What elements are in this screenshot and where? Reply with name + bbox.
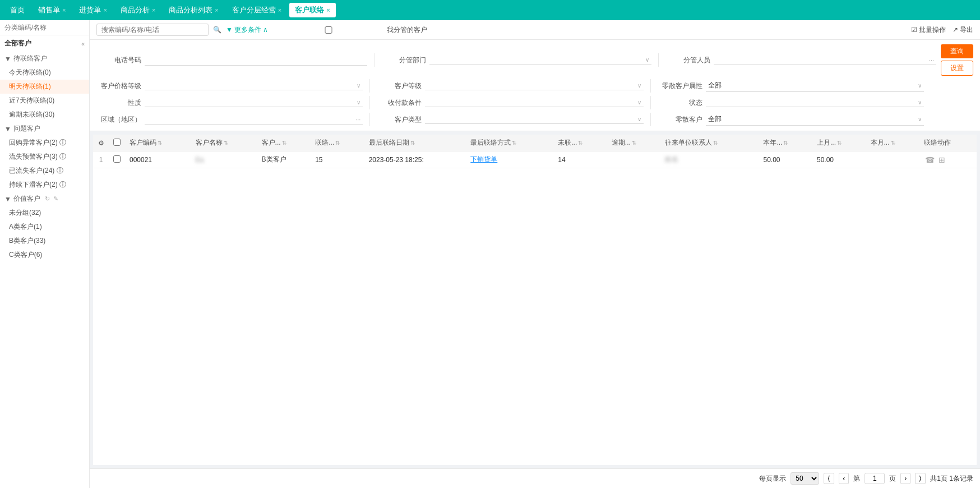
sidebar-item-overdue[interactable]: 逾期未联络(30) [0,108,89,122]
my-customers-checkbox[interactable] [272,26,385,34]
filter-phone-input[interactable] [145,55,367,66]
table-row: 1 000021 Ea B类客户 15 2023-05-23 18:25: 下销… [93,151,977,168]
filter-price-level-select[interactable]: ∨ [145,81,363,90]
col-gear[interactable]: ⚙ [93,135,109,151]
filter-payment: 收付款条件 ∨ [377,98,643,108]
filter-price-level-label: 客户价格等级 [96,81,141,91]
filter-status-label: 状态 [658,98,702,108]
my-customers-checkbox-label[interactable]: 我分管的客户 [272,25,427,35]
sidebar-item-class-b[interactable]: B类客户(33) [0,234,89,248]
filter-status-select[interactable]: ∨ [706,98,924,107]
nav-close-icon[interactable]: × [326,7,330,13]
nav-purchase-order[interactable]: 进货单 × [73,3,112,17]
checkbox-icon: ☑ [911,26,917,34]
search-input[interactable] [96,24,209,36]
next-page-btn[interactable]: › [900,473,910,484]
all-customers-label: 全部客户 [4,39,31,48]
sidebar-item-loss-warning[interactable]: 流失预警客户(3) ⓘ [0,150,89,164]
nav-customer-contact[interactable]: 客户联络 × [289,3,335,17]
row-customer-name: Ea [191,151,257,168]
page-unit: 页 [889,474,896,484]
filter-customer-level-select[interactable]: ∨ [425,81,643,90]
nav-close-icon[interactable]: × [152,7,155,13]
filter-price-level: 客户价格等级 ∨ [96,81,363,91]
export-btn[interactable]: ↗ 导出 [953,25,973,35]
query-button[interactable]: 查询 [941,44,973,58]
arrow-icon: ▼ [4,55,11,63]
filter-region: 区域（地区） ··· [96,115,363,125]
nav-sales-order[interactable]: 销售单 × [33,3,71,17]
first-page-btn[interactable]: ⟨ [824,473,834,484]
all-customers-header[interactable]: 全部客户 « [0,35,89,52]
more-conditions-btn[interactable]: ▼ 更多条件 ∧ [226,25,268,35]
sidebar-item-class-a[interactable]: A类客户(1) [0,220,89,234]
filter-nature-select[interactable]: ∨ [145,98,363,107]
phone-icon[interactable]: ☎ [925,155,935,164]
sidebar-search-input[interactable] [4,24,89,31]
edit-icon[interactable]: ✎ [53,195,58,202]
sidebar-group-pending[interactable]: ▼ 待联络客户 [0,52,89,66]
sidebar-item-ungrouped[interactable]: 未分组(32) [0,206,89,220]
arrow-icon: ▼ [4,125,11,133]
filter-customer-type: 客户类型 ∨ [377,115,643,125]
per-page-select[interactable]: 50 100 [791,472,819,485]
page-number-input[interactable] [865,473,885,484]
filter-region-select[interactable]: ··· [145,115,363,125]
sidebar-item-lost[interactable]: 已流失客户(24) ⓘ [0,164,89,178]
caret-icon: ∨ [357,99,360,105]
row-checkbox-cell[interactable] [109,151,125,168]
sidebar-item-tomorrow[interactable]: 明天待联络(1) [0,80,89,94]
batch-action-btn[interactable]: ☑ 批量操作 [911,25,946,35]
filter-person: 分管人员 ··· [665,56,936,65]
nav-close-icon[interactable]: × [62,7,66,13]
sidebar-item-class-c[interactable]: C类客户(6) [0,248,89,262]
row-checkbox[interactable] [113,155,121,163]
filter-dept-label: 分管部门 [381,56,426,65]
row-num: 1 [93,151,109,168]
filter-dept-select[interactable]: ∨ [429,56,652,65]
filter-bar: 🔍 ▼ 更多条件 ∧ 我分管的客户 ☑ 批量操作 ↗ 导出 [90,20,980,40]
grid-icon[interactable]: ⊞ [939,155,945,164]
nav-close-icon[interactable]: × [215,7,218,13]
filter-person-select[interactable]: ··· [714,56,936,65]
row-company-contact: 姓名 [660,151,759,168]
sidebar-group-problem[interactable]: ▼ 问题客户 [0,122,89,136]
row-this-month [866,151,920,168]
col-this-month: 本月...⇅ [866,135,920,151]
sidebar-item-repurchase-abnormal[interactable]: 回购异常客户(2) ⓘ [0,136,89,150]
filter-nature: 性质 ∨ [96,98,363,108]
sidebar: 🔍 全部客户 « ▼ 待联络客户 今天待联络(0) 明天待联络(1) 近7天待联… [0,20,90,488]
nav-home[interactable]: 首页 [4,3,30,17]
sidebar-item-today[interactable]: 今天待联络(0) [0,66,89,80]
main-layout: 🔍 全部客户 « ▼ 待联络客户 今天待联络(0) 明天待联络(1) 近7天待联… [0,20,980,488]
filter-payment-select[interactable]: ∨ [425,98,643,107]
prev-page-btn[interactable]: ‹ [839,473,849,484]
nav-customer-layering[interactable]: 客户分层经营 × [226,3,287,17]
nav-product-analysis[interactable]: 商品分析 × [115,3,161,17]
sidebar-group-value[interactable]: ▼ 价值客户 ↻ ✎ [0,192,89,206]
filter-customer-type-select[interactable]: ∨ [425,115,643,124]
nav-close-icon[interactable]: × [103,7,107,13]
search-btn-icon[interactable]: 🔍 [213,26,221,34]
nav-product-analysis-list[interactable]: 商品分析列表 × [163,3,224,17]
set-button[interactable]: 设置 [941,61,973,76]
top-navigation: 首页 销售单 × 进货单 × 商品分析 × 商品分析列表 × 客户分层经营 × … [0,0,980,20]
select-all-checkbox[interactable] [113,139,121,146]
sidebar-item-declining[interactable]: 持续下滑客户(2) ⓘ [0,178,89,192]
col-checkbox[interactable] [109,135,125,151]
col-contact-count: 联络...⇅ [311,135,364,151]
last-page-btn[interactable]: ⟩ [915,473,926,484]
row-action: ☎ ⊞ [919,151,977,168]
sidebar-item-7days[interactable]: 近7天待联络(0) [0,94,89,108]
export-icon: ↗ [953,26,958,34]
filter-retail-customer-select[interactable]: 全部 ∨ [706,113,924,126]
refresh-icon[interactable]: ↻ [45,195,50,202]
table-header-row: ⚙ 客户编码⇅ 客户名称⇅ 客户...⇅ 联络...⇅ 最后联络日期⇅ 最后联络… [93,135,977,151]
filter-retail-attr-label: 零散客户属性 [658,81,702,91]
col-action: 联络动作 [919,135,977,151]
row-last-contact-method[interactable]: 下销货单 [466,151,553,168]
nav-close-icon[interactable]: × [278,7,281,13]
filter-retail-attr-select[interactable]: 全部 ∨ [706,80,924,92]
caret-icon: ∨ [637,116,641,122]
col-this-year: 本年...⇅ [759,135,812,151]
